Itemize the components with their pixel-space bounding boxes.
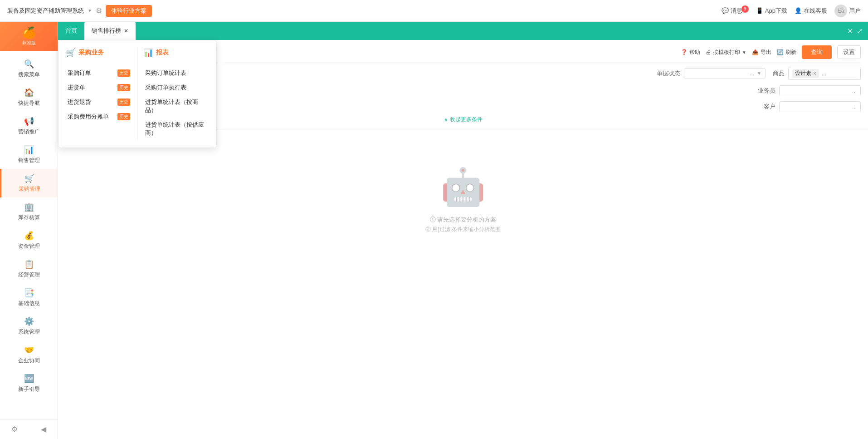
sidebar-item-label: 销售管理 — [18, 157, 40, 164]
menu-item-po-stats[interactable]: 采购订单统计表 — [143, 66, 210, 80]
doc-status-control[interactable]: ... ▼ — [684, 68, 766, 79]
tab-bar: 首页 销售排行榜 ✕ ✕ ⤢ — [58, 22, 868, 40]
top-bar-right: 💬 消息 9 📱 App下载 👤 在线客服 Ea 用户 — [722, 5, 861, 17]
online-service-btn[interactable]: 👤 在线客服 — [795, 7, 827, 15]
sidebar-item-basic-info[interactable]: 📑 基础信息 — [0, 283, 58, 312]
refresh-icon: 🔄 — [777, 49, 784, 55]
sidebar-item-label: 搜索菜单 — [18, 71, 40, 79]
salesperson-dots[interactable]: ... — [852, 88, 857, 94]
menu-item-purchase-return[interactable]: 进货退货 历史 — [66, 95, 132, 109]
help-btn[interactable]: ❓ 帮助 — [681, 49, 700, 56]
filter-settings-btn[interactable]: 设置 — [837, 45, 861, 59]
logo-text: 标准版 — [22, 40, 36, 46]
service-icon: 👤 — [795, 7, 802, 14]
purchase-business-title: 🛒 采购业务 — [66, 48, 132, 60]
customer-dots[interactable]: ... — [852, 104, 857, 110]
salesperson-label: 业务员 — [758, 87, 775, 95]
tab-home-label: 首页 — [65, 27, 77, 35]
empty-step1: ① 请先选择要分析的方案 — [430, 216, 497, 224]
sidebar-item-sales[interactable]: 📊 销售管理 — [0, 140, 58, 169]
industry-btn[interactable]: 体验行业方案 — [106, 5, 152, 17]
sidebar-item-finance[interactable]: 💰 资金管理 — [0, 226, 58, 255]
goods-tag: 设计素 × — [792, 69, 819, 78]
menu-item-purchase-in[interactable]: 进货单 历史 — [66, 80, 132, 95]
app-download-btn[interactable]: 📱 App下载 — [756, 7, 787, 15]
doc-status-dropdown-icon[interactable]: ... — [750, 70, 754, 77]
avatar: Ea — [834, 5, 847, 17]
top-bar-left: 装备及固定资产辅助管理系统 ▼ ⚙ 体验行业方案 — [7, 5, 716, 17]
guide-icon: 🆕 — [24, 374, 34, 384]
menu-item-in-stats-supplier[interactable]: 进货单统计表（按供应商） — [143, 118, 210, 140]
menu-item-purchase-expense[interactable]: 采购费用分摊单 历史 — [66, 109, 132, 124]
export-icon: 📤 — [752, 49, 759, 55]
print-icon: 🖨 — [706, 49, 711, 55]
home-icon: 🏠 — [24, 88, 34, 98]
search-icon: 🔍 — [24, 59, 34, 69]
purchase-business-section: 🛒 采购业务 采购订单 历史 进货单 历史 进货退货 历史 采购费用分摊单 历史 — [66, 48, 132, 140]
query-btn[interactable]: 查询 — [802, 45, 832, 59]
sidebar-item-label: 经营管理 — [18, 271, 40, 279]
sidebar-item-marketing[interactable]: 📢 营销推广 — [0, 112, 58, 140]
filter-customer: 客户 ... — [764, 101, 861, 112]
enterprise-icon: 🤝 — [24, 345, 34, 355]
history-tag-0: 历史 — [117, 69, 130, 77]
tab-expand-btn[interactable]: ⤢ — [857, 27, 863, 35]
marketing-icon: 📢 — [24, 116, 34, 126]
sidebar-item-quick-nav[interactable]: 🏠 快捷导航 — [0, 83, 58, 112]
export-label: 导出 — [761, 49, 771, 56]
collapse-icon: ∧ — [444, 117, 448, 123]
history-tag-2: 历史 — [117, 99, 130, 106]
sidebar-item-purchase[interactable]: 🛒 采购管理 — [0, 169, 58, 197]
customer-control[interactable]: ... — [779, 101, 861, 112]
tab-sales-ranking[interactable]: 销售排行榜 ✕ — [84, 22, 136, 40]
doc-status-arrow: ▼ — [757, 71, 761, 76]
history-tag-3: 历史 — [117, 113, 130, 120]
system-settings-icon[interactable]: ⚙ — [96, 6, 102, 15]
sidebar-settings-btn[interactable]: ⚙ — [11, 425, 18, 434]
goods-tag-close[interactable]: × — [813, 70, 816, 77]
print-btn[interactable]: 🖨 按模板打印 ▼ — [706, 49, 746, 56]
filter-goods: 商品 设计素 × ... — [773, 67, 861, 80]
logo-area: 🍊 标准版 — [0, 22, 58, 51]
system-icon: ⚙️ — [24, 316, 34, 326]
print-label: 按模板打印 — [713, 49, 740, 56]
notifications-btn[interactable]: 💬 消息 9 — [722, 7, 749, 15]
collapse-label: 收起更多条件 — [450, 116, 483, 123]
tab-close-window-btn[interactable]: ✕ — [847, 27, 853, 35]
sidebar-item-system[interactable]: ⚙️ 系统管理 — [0, 312, 58, 340]
sidebar-item-enterprise[interactable]: 🤝 企业协同 — [0, 340, 58, 369]
sidebar-item-operations[interactable]: 📋 经营管理 — [0, 255, 58, 283]
sidebar-item-search[interactable]: 🔍 搜索菜单 — [0, 54, 58, 83]
purchase-reports-section: 📊 报表 采购订单统计表 采购订单执行表 进货单统计表（按商品） 进货单统计表（… — [143, 48, 210, 140]
menu-item-purchase-order[interactable]: 采购订单 历史 — [66, 66, 132, 80]
help-label: 帮助 — [689, 49, 700, 56]
goods-dots[interactable]: ... — [822, 70, 826, 77]
tab-sales-ranking-label: 销售排行榜 — [92, 27, 121, 35]
system-dropdown-icon[interactable]: ▼ — [88, 8, 92, 13]
empty-step2: ② 用[过滤]条件来缩小分析范围 — [425, 226, 501, 233]
refresh-btn[interactable]: 🔄 刷新 — [777, 49, 796, 56]
empty-state: 🤖 ① 请先选择要分析的方案 ② 用[过滤]条件来缩小分析范围 — [58, 129, 868, 270]
sidebar-collapse-btn[interactable]: ◀ — [41, 425, 46, 434]
filter-salesperson: 业务员 ... — [758, 85, 861, 96]
tab-actions: ✕ ⤢ — [842, 27, 868, 35]
menu-item-po-execution[interactable]: 采购订单执行表 — [143, 80, 210, 95]
purchase-dropdown-menu: 🛒 采购业务 采购订单 历史 进货单 历史 进货退货 历史 采购费用分摊单 历史 — [58, 40, 217, 148]
doc-status-label: 单据状态 — [657, 69, 680, 78]
sidebar-item-guide[interactable]: 🆕 新手引导 — [0, 369, 58, 398]
filter-doc-status: 单据状态 ... ▼ — [657, 68, 766, 79]
sidebar-item-label: 企业协同 — [18, 357, 40, 365]
tab-close-icon[interactable]: ✕ — [124, 28, 128, 34]
top-bar: 装备及固定资产辅助管理系统 ▼ ⚙ 体验行业方案 💬 消息 9 📱 App下载 … — [0, 0, 868, 22]
sidebar-item-inventory[interactable]: 🏢 库存核算 — [0, 197, 58, 226]
history-tag-1: 历史 — [117, 84, 130, 91]
goods-control[interactable]: 设计素 × ... — [788, 67, 861, 80]
menu-item-in-stats-goods[interactable]: 进货单统计表（按商品） — [143, 95, 210, 118]
notifications-label: 消息 — [731, 7, 742, 15]
notification-icon: 💬 — [722, 7, 729, 14]
tab-home[interactable]: 首页 — [58, 22, 84, 40]
export-btn[interactable]: 📤 导出 — [752, 49, 771, 56]
salesperson-control[interactable]: ... — [779, 85, 861, 96]
user-btn[interactable]: Ea 用户 — [834, 5, 861, 17]
sidebar-item-label: 快捷导航 — [18, 99, 40, 107]
